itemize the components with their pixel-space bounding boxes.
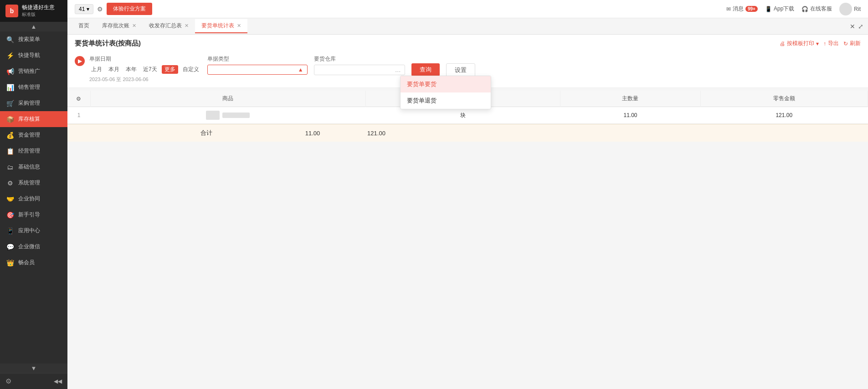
industry-btn[interactable]: 体验行业方案 [107, 3, 152, 15]
wechat-icon: 💬 [5, 243, 15, 251]
brand-name: 畅捷通好生意 [22, 4, 55, 11]
basic-icon: 🗂 [5, 164, 15, 171]
col-qty: 主数量 [560, 91, 700, 107]
sidebar-item-marketing[interactable]: 📢 营销推广 [0, 63, 67, 79]
sidebar-item-purchase-label: 采购管理 [18, 99, 40, 107]
refresh-action[interactable]: ↻ 刷新 [843, 40, 861, 47]
sidebar-item-operations[interactable]: 📋 经营管理 [0, 143, 67, 159]
warehouse-ellipsis-icon[interactable]: … [395, 67, 401, 73]
tab-restore-btn[interactable]: ⤢ [858, 23, 863, 30]
system-icon: ⚙ [5, 179, 15, 187]
sidebar-item-guide[interactable]: 🎯 新手引导 [0, 207, 67, 223]
sidebar-item-member[interactable]: 👑 畅会员 [0, 255, 67, 271]
topbar-left: 41 ▾ ⚙ 体验行业方案 [75, 3, 152, 15]
print-action[interactable]: 🖨 按模板打印 ▾ [780, 40, 819, 47]
tabs-end-btns: ✕ ⤢ [850, 23, 863, 30]
sidebar-item-app-center[interactable]: 📱 应用中心 [0, 223, 67, 239]
type-filter-label: 单据类型 [207, 55, 308, 63]
filter-btn-group: 查询 [411, 55, 440, 76]
guide-icon: 🎯 [5, 211, 15, 219]
export-action[interactable]: ↑ 导出 [823, 40, 839, 47]
company-select-value: 41 [79, 6, 85, 12]
filter-set-group: 设置 [446, 55, 475, 77]
sidebar-item-enterprise-label: 企业协同 [18, 195, 40, 203]
refresh-label: 刷新 [850, 40, 861, 47]
sidebar-item-wechat[interactable]: 💬 企业微信 [0, 239, 67, 255]
settings-icon[interactable]: ⚙ [5, 377, 11, 385]
last-month-btn[interactable]: 上月 [89, 65, 104, 74]
sidebar-item-sales-label: 销售管理 [18, 83, 40, 91]
tab-home[interactable]: 首页 [72, 19, 96, 33]
sidebar-footer: ⚙ ◀◀ [0, 373, 67, 389]
avatar [839, 3, 852, 15]
tab-receive-summary-close[interactable]: ✕ [185, 23, 189, 29]
query-btn[interactable]: 查询 [411, 63, 440, 76]
type-select-input[interactable] [211, 67, 298, 73]
tab-inventory-batch[interactable]: 库存批次账 ✕ [96, 19, 143, 33]
row-product [90, 107, 365, 124]
sidebar-item-quick-nav[interactable]: ⚡ 快捷导航 [0, 47, 67, 63]
member-icon: 👑 [5, 259, 15, 266]
type-select-arrow-icon[interactable]: ▲ [298, 67, 303, 73]
set-btn[interactable]: 设置 [446, 63, 475, 77]
sidebar-item-system[interactable]: ⚙ 系统管理 [0, 175, 67, 191]
dropdown-item-return[interactable]: 要货单退货 [401, 92, 491, 109]
tabs-bar: 首页 库存批次账 ✕ 收发存汇总表 ✕ 要货单统计表 ✕ ✕ ⤢ [67, 18, 868, 35]
sidebar-item-guide-label: 新手引导 [18, 211, 40, 219]
app-download-label: App下载 [774, 5, 794, 13]
sidebar-item-purchase[interactable]: 🛒 采购管理 [0, 95, 67, 111]
sidebar-item-system-label: 系统管理 [18, 179, 40, 187]
message-badge: 99+ [745, 6, 758, 12]
tab-inventory-batch-label: 库存批次账 [102, 22, 129, 30]
filter-toggle-btn[interactable]: ▶ [75, 56, 85, 66]
message-icon: ✉ [726, 6, 731, 12]
company-select[interactable]: 41 ▾ [75, 4, 93, 14]
page-header: 要货单统计表(按商品) 🖨 按模板打印 ▾ ↑ 导出 ↻ 刷新 [67, 35, 868, 51]
tab-inventory-batch-close[interactable]: ✕ [132, 23, 136, 29]
tab-order-stats-close[interactable]: ✕ [237, 23, 241, 29]
page-title: 要货单统计表(按商品) [75, 39, 141, 48]
col-settings: ⚙ [67, 91, 90, 107]
sidebar-scroll-up[interactable]: ▲ [0, 22, 67, 31]
sidebar-nav: 🔍 搜索菜单 ⚡ 快捷导航 📢 营销推广 📊 销售管理 🛒 采购管理 📦 库存核… [0, 31, 67, 363]
collapse-btn[interactable]: ◀◀ [54, 378, 62, 384]
type-select-box[interactable]: ▲ [207, 65, 308, 75]
more-btn[interactable]: 更多 [162, 65, 178, 74]
this-year-btn[interactable]: 本年 [124, 65, 139, 74]
tab-receive-summary[interactable]: 收发存汇总表 ✕ [143, 19, 195, 33]
row-unit: 块 [365, 107, 560, 124]
app-download-item[interactable]: 📱 App下载 [765, 5, 794, 13]
online-service-item[interactable]: 🎧 在线客服 [801, 5, 832, 13]
col-retail-amt: 零售金额 [700, 91, 868, 107]
row-num: 1 [67, 107, 90, 124]
custom-btn[interactable]: 自定义 [181, 65, 201, 74]
purchase-icon: 🛒 [5, 100, 15, 107]
sales-icon: 📊 [5, 84, 15, 91]
user-item[interactable]: Rit [839, 3, 861, 15]
warehouse-select-box[interactable]: … [314, 65, 405, 75]
sidebar-scroll-down[interactable]: ▼ [0, 363, 67, 373]
last-7days-btn[interactable]: 近7天 [141, 65, 159, 74]
message-item[interactable]: ✉ 消息 99+ [726, 5, 758, 13]
sidebar-item-basic-label: 基础信息 [18, 163, 40, 171]
this-month-btn[interactable]: 本月 [107, 65, 121, 74]
table-settings-icon[interactable]: ⚙ [76, 96, 81, 102]
topbar-gear-icon[interactable]: ⚙ [97, 5, 103, 13]
date-filter-label: 单据日期 [89, 55, 201, 63]
search-icon: 🔍 [5, 36, 15, 43]
row-qty: 11.00 [560, 107, 700, 124]
filter-area: ▶ 单据日期 上月 本月 本年 近7天 更多 自定义 2023-05-06 至 … [67, 51, 868, 88]
sidebar-item-inventory[interactable]: 📦 库存核算 [0, 111, 67, 127]
sidebar-item-finance[interactable]: 💰 资金管理 [0, 127, 67, 143]
tab-order-stats[interactable]: 要货单统计表 ✕ [195, 19, 247, 33]
sidebar-item-sales[interactable]: 📊 销售管理 [0, 79, 67, 95]
sidebar-item-enterprise[interactable]: 🤝 企业协同 [0, 191, 67, 207]
enterprise-icon: 🤝 [5, 195, 15, 203]
main-content: 41 ▾ ⚙ 体验行业方案 ✉ 消息 99+ 📱 App下载 🎧 在线客服 R [67, 0, 868, 389]
sidebar-item-quick-nav-label: 快捷导航 [18, 51, 40, 59]
tab-close-all-btn[interactable]: ✕ [850, 23, 855, 30]
warehouse-input[interactable] [318, 67, 393, 73]
dropdown-item-order[interactable]: 要货单要货 [401, 76, 491, 92]
sidebar-item-search[interactable]: 🔍 搜索菜单 [0, 31, 67, 47]
sidebar-item-basic[interactable]: 🗂 基础信息 [0, 159, 67, 175]
